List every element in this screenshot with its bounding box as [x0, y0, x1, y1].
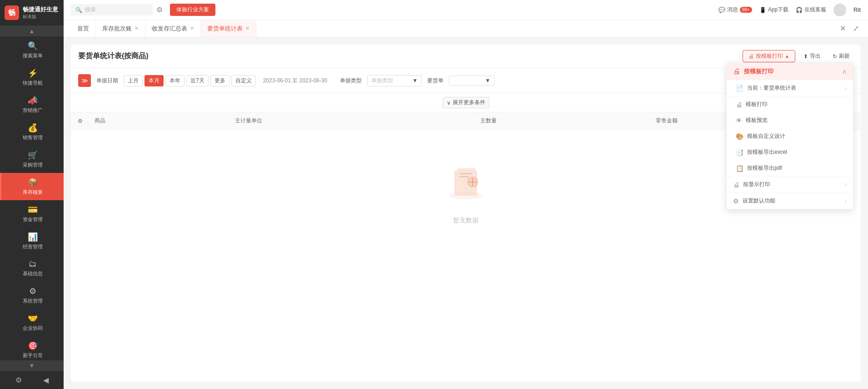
- display-print-chevron: ›: [845, 182, 847, 188]
- more-date-btn[interactable]: 更多: [210, 75, 229, 86]
- topbar-gear-icon[interactable]: ⚙: [156, 5, 163, 14]
- page-card: 要货单统计表(按商品) 🖨 按模板打印 ▲ ⬆ 导出 ↻ 刷新: [71, 45, 861, 382]
- export-label: 导出: [810, 52, 821, 60]
- tab-close-collection-summary[interactable]: ✕: [190, 25, 194, 31]
- export-pdf-item-label: 按模板导出pdf: [747, 164, 782, 172]
- finance-icon: 💳: [28, 205, 38, 215]
- dropdown-export-pdf-item[interactable]: 📋 按模板导出pdf: [727, 160, 853, 176]
- message-label: 消息: [727, 6, 738, 14]
- template-custom-item-label: 模板自定义设计: [747, 132, 785, 140]
- app-download-item[interactable]: 📱 App下载: [759, 6, 788, 14]
- sidebar-scroll-down[interactable]: ▼: [0, 360, 64, 371]
- tab-order-stats[interactable]: 要货单统计表✕: [201, 20, 256, 37]
- dropdown-export-excel-item[interactable]: 📑 按模板导出excel: [727, 144, 853, 160]
- tab-label-collection-summary: 收发存汇总表: [152, 25, 187, 33]
- sidebar-item-label-sales: 销售管理: [23, 134, 43, 141]
- sidebar-item-label-quick-nav: 快捷导航: [23, 80, 43, 86]
- export-btn[interactable]: ⬆ 导出: [800, 51, 824, 62]
- last7days-btn[interactable]: 近7天: [186, 75, 209, 86]
- sidebar-item-basic[interactable]: 🗂基础信息: [0, 255, 64, 282]
- dropdown-template-print-item[interactable]: 🖨 模板打印: [727, 96, 853, 112]
- operations-icon: 📊: [28, 232, 38, 242]
- page-header: 要货单统计表(按商品) 🖨 按模板打印 ▲ ⬆ 导出 ↻ 刷新: [71, 45, 861, 68]
- tab-home[interactable]: 首页: [71, 20, 96, 37]
- collapse-icon[interactable]: ◀: [43, 376, 49, 384]
- sidebar-item-operations[interactable]: 📊经营管理: [0, 227, 64, 255]
- main-content: 🔍 搜索 ⚙ 体验行业方案 💬 消息 99+ 📱 App下载 🎧 在线客服 Ri…: [64, 0, 868, 389]
- tab-collection-summary[interactable]: 收发存汇总表✕: [145, 20, 201, 37]
- prev-month-btn[interactable]: 上月: [124, 75, 143, 86]
- dropdown-header-left: 🖨 按模板打印: [733, 67, 773, 76]
- order-type-select[interactable]: 单据类型 ▼: [367, 75, 422, 86]
- tab-inventory-batch[interactable]: 库存批次账✕: [96, 20, 145, 37]
- sidebar-item-marketing[interactable]: 📣营销推广: [0, 91, 64, 118]
- tab-expand: ✕ ⤢: [838, 24, 861, 33]
- refresh-icon: ↻: [833, 53, 837, 60]
- dropdown-current-item[interactable]: 📄 当前：要货单统计表 ›: [727, 80, 853, 96]
- user-avatar[interactable]: [833, 4, 846, 16]
- sidebar-item-quick-nav[interactable]: ⚡快捷导航: [0, 64, 64, 91]
- dropdown-close-icon[interactable]: ∧: [842, 68, 847, 75]
- custom-date-btn[interactable]: 自定义: [231, 75, 256, 86]
- industry-btn[interactable]: 体验行业方案: [170, 4, 215, 16]
- dropdown-display-print-item[interactable]: 🖨 按显示打印 ›: [727, 177, 853, 192]
- sidebar-item-label-basic: 基础信息: [23, 270, 43, 277]
- date-buttons: 上月 本月 本年 近7天 更多 自定义: [124, 75, 256, 86]
- message-item[interactable]: 💬 消息 99+: [718, 6, 752, 14]
- empty-text: 暂无数据: [453, 217, 479, 225]
- sidebar-item-inventory[interactable]: 📦库存核算: [0, 173, 64, 200]
- settings-icon[interactable]: ⚙: [15, 376, 22, 384]
- col-settings[interactable]: ⚙: [71, 112, 89, 130]
- default-func-icon: ⚙: [733, 197, 739, 205]
- sidebar-item-sales[interactable]: 💰销售管理: [0, 118, 64, 146]
- sidebar-item-search[interactable]: 🔍搜索菜单: [0, 36, 64, 64]
- template-print-item-label: 模板打印: [746, 101, 768, 108]
- order-code-select[interactable]: ▼: [449, 76, 494, 86]
- sales-icon: 💰: [28, 123, 38, 133]
- system-icon: ⚙: [29, 286, 36, 296]
- current-month-btn[interactable]: 本月: [145, 75, 164, 86]
- refresh-btn[interactable]: ↻ 刷新: [829, 51, 853, 62]
- svg-rect-3: [459, 173, 473, 174]
- printer-icon: 🖨: [748, 53, 754, 60]
- expand-more-btn[interactable]: ∨ 展开更多条件: [443, 97, 489, 108]
- col-qty: 主数量: [475, 112, 650, 130]
- tab-close-btn[interactable]: ✕: [838, 24, 848, 33]
- topbar-right: 💬 消息 99+ 📱 App下载 🎧 在线客服 Rit: [718, 4, 861, 16]
- logo-icon: 畅: [5, 5, 19, 20]
- online-service-item[interactable]: 🎧 在线客服: [796, 6, 826, 14]
- newbie-icon: 🎯: [28, 341, 38, 351]
- sidebar-item-enterprise[interactable]: 🤝企业协同: [0, 309, 64, 336]
- export-excel-icon: 📑: [736, 149, 743, 156]
- order-code-chevron: ▼: [485, 77, 490, 84]
- chevron-up-icon: ▲: [785, 54, 789, 59]
- topbar-search[interactable]: 🔍 搜索: [71, 4, 153, 15]
- dropdown-current-section: 📄 当前：要货单统计表 ›: [727, 80, 853, 96]
- tab-fullscreen-btn[interactable]: ⤢: [851, 24, 861, 33]
- dropdown-default-func-item[interactable]: ⚙ 设置默认功能 ›: [727, 193, 853, 209]
- document-icon: 📄: [736, 85, 743, 92]
- order-code-label: 要货单: [427, 77, 444, 85]
- brand-name: 畅捷通好生意: [23, 6, 58, 14]
- template-print-btn[interactable]: 🖨 按模板打印 ▲: [743, 50, 795, 62]
- sidebar-item-finance[interactable]: 💳资金管理: [0, 200, 64, 227]
- filter-toggle-btn[interactable]: ≫: [78, 74, 91, 87]
- tab-label-order-stats: 要货单统计表: [207, 25, 243, 33]
- dropdown-template-custom-item[interactable]: 🎨 模板自定义设计: [727, 128, 853, 144]
- marketing-icon: 📣: [28, 96, 38, 106]
- sidebar-scroll-up[interactable]: ▲: [0, 26, 64, 36]
- dropdown-template-preview-item[interactable]: 👁 模板预览: [727, 112, 853, 128]
- search-icon: 🔍: [28, 41, 38, 51]
- export-excel-item-label: 按模板导出excel: [747, 148, 787, 156]
- display-print-icon: 🖨: [733, 181, 739, 188]
- dropdown-current-label: 当前：要货单统计表: [747, 84, 796, 92]
- sidebar-item-system[interactable]: ⚙系统管理: [0, 282, 64, 309]
- current-year-btn[interactable]: 本年: [165, 75, 185, 86]
- sidebar-item-purchase[interactable]: 🛒采购管理: [0, 146, 64, 173]
- dropdown-default-func-section: ⚙ 设置默认功能 ›: [727, 193, 853, 209]
- tab-label-inventory-batch: 库存批次账: [102, 25, 132, 33]
- empty-illustration: [443, 157, 489, 211]
- tab-close-inventory-batch[interactable]: ✕: [135, 25, 139, 31]
- sidebar-item-newbie[interactable]: 🎯新手引导: [0, 336, 64, 360]
- tab-close-order-stats[interactable]: ✕: [245, 25, 249, 31]
